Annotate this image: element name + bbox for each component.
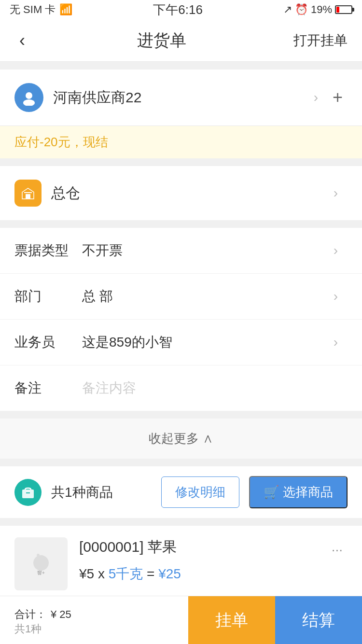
- item-total: ¥25: [158, 566, 181, 581]
- supplier-card: 河南供应商22 › + 应付-20元，现结: [0, 70, 362, 158]
- status-right: ↗ ⏰ 19%: [283, 3, 352, 16]
- total-value: ¥ 25: [51, 608, 71, 620]
- carrier-text: 无 SIM 卡: [10, 2, 56, 17]
- dept-chevron-icon: ›: [334, 289, 338, 304]
- sales-row[interactable]: 业务员 这是859的小智 ›: [0, 320, 362, 365]
- form-section: 票据类型 不开票 › 部门 总 部 › 业务员 这是859的小智 › 备注 备注…: [0, 228, 362, 411]
- warehouse-chevron-icon: ›: [334, 185, 338, 201]
- invoice-row[interactable]: 票据类型 不开票 ›: [0, 228, 362, 274]
- product-item: 響+ [0000001] 苹果 ¥5 x 5千克 = ¥25 ···: [0, 526, 362, 602]
- svg-rect-3: [24, 192, 32, 193]
- dept-value: 总 部: [72, 287, 334, 306]
- suspend-button[interactable]: 挂单: [188, 596, 275, 644]
- sales-label: 业务员: [14, 333, 72, 351]
- select-product-label: 选择商品: [283, 484, 333, 501]
- gps-icon: ↗: [283, 3, 292, 16]
- products-header: 共1种商品 修改明细 🛒 选择商品: [0, 466, 362, 518]
- svg-point-0: [26, 92, 32, 99]
- product-name: [0000001] 苹果: [79, 537, 327, 557]
- warehouse-icon: [14, 180, 42, 207]
- remark-row[interactable]: 备注 备注内容: [0, 365, 362, 411]
- equals-sign: =: [147, 566, 158, 581]
- sales-chevron-icon: ›: [334, 335, 338, 350]
- nav-title: 进货单: [137, 29, 186, 52]
- warehouse-row[interactable]: 总仓 ›: [0, 166, 362, 220]
- supplier-chevron-icon: ›: [314, 90, 318, 105]
- product-info: [0000001] 苹果 ¥5 x 5千克 = ¥25: [79, 537, 327, 583]
- product-price: ¥5 x 5千克 = ¥25: [79, 565, 327, 583]
- total-amount: 合计： ¥ 25: [14, 604, 174, 622]
- invoice-chevron-icon: ›: [334, 243, 338, 258]
- invoice-value: 不开票: [72, 241, 334, 260]
- supplier-name: 河南供应商22: [53, 88, 314, 108]
- nav-bar: ‹ 进货单 打开挂单: [0, 19, 362, 62]
- svg-text:響+: 響+: [37, 570, 45, 575]
- supplier-notice: 应付-20元，现结: [0, 126, 362, 158]
- main-content: 河南供应商22 › + 应付-20元，现结 总仓 › 票据类型 不开票 ›: [0, 70, 362, 644]
- supplier-avatar: [14, 83, 43, 112]
- unit-price: ¥5: [79, 566, 94, 581]
- quantity: 5千克: [109, 566, 143, 581]
- products-card: 共1种商品 修改明细 🛒 选择商品: [0, 466, 362, 518]
- add-button[interactable]: +: [328, 87, 348, 108]
- back-button[interactable]: ‹: [14, 26, 30, 56]
- warehouse-name: 总仓: [51, 183, 334, 203]
- svg-rect-2: [26, 194, 30, 199]
- svg-point-6: [33, 555, 49, 571]
- checkout-button[interactable]: 结算: [275, 596, 362, 644]
- status-left: 无 SIM 卡 📶: [10, 2, 72, 17]
- remark-input[interactable]: 备注内容: [72, 379, 348, 397]
- sales-value: 这是859的小智: [72, 333, 334, 351]
- total-section: 合计： ¥ 25 共1种: [0, 604, 188, 636]
- dept-row[interactable]: 部门 总 部 ›: [0, 274, 362, 320]
- price-separator: x: [98, 566, 109, 581]
- product-title: 苹果: [148, 539, 177, 555]
- svg-rect-5: [26, 492, 30, 493]
- alarm-icon: ⏰: [295, 3, 308, 16]
- status-time: 下午6:16: [153, 1, 203, 18]
- total-count: 共1种: [14, 622, 174, 636]
- svg-rect-4: [22, 490, 34, 498]
- products-icon: [14, 479, 42, 506]
- battery-text: 19%: [311, 3, 332, 16]
- invoice-label: 票据类型: [14, 241, 72, 260]
- modify-detail-button[interactable]: 修改明细: [161, 476, 239, 508]
- supplier-row[interactable]: 河南供应商22 › +: [0, 70, 362, 126]
- svg-point-7: [37, 554, 40, 557]
- cart-icon: 🛒: [264, 485, 279, 500]
- bottom-bar: 合计： ¥ 25 共1种 挂单 结算: [0, 596, 362, 644]
- total-label: 合计：: [14, 608, 46, 620]
- status-bar: 无 SIM 卡 📶 下午6:16 ↗ ⏰ 19%: [0, 0, 362, 19]
- product-thumbnail: 響+: [14, 537, 68, 590]
- wifi-icon: 📶: [59, 3, 72, 16]
- products-count: 共1种商品: [51, 483, 152, 502]
- open-suspend-button[interactable]: 打开挂单: [293, 31, 348, 50]
- select-product-button[interactable]: 🛒 选择商品: [249, 476, 348, 508]
- product-code: [0000001]: [79, 539, 143, 555]
- dept-label: 部门: [14, 287, 72, 306]
- product-more-button[interactable]: ···: [327, 537, 348, 562]
- svg-point-1: [23, 99, 35, 106]
- battery-icon: [335, 5, 352, 14]
- remark-label: 备注: [14, 379, 72, 397]
- warehouse-card: 总仓 ›: [0, 166, 362, 220]
- collapse-toggle[interactable]: 收起更多 ∧: [0, 419, 362, 459]
